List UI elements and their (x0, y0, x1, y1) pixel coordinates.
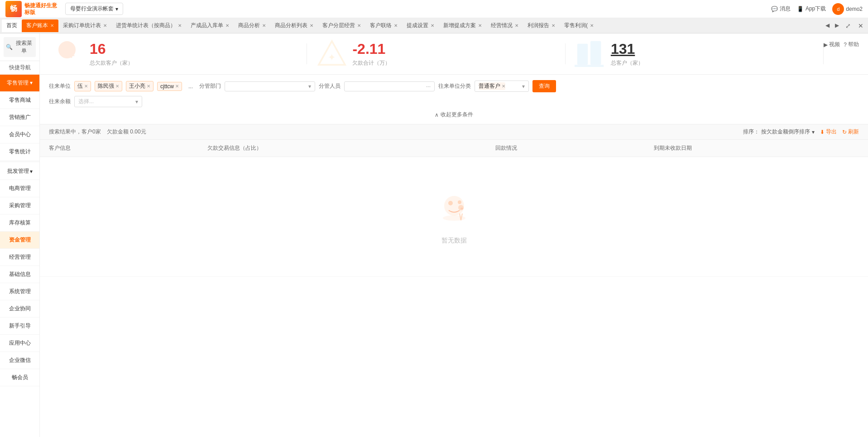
search-menu-button[interactable]: 🔍 搜索菜单 (4, 37, 36, 57)
filter-tag-unit-cjttcw[interactable]: cjttcw ✕ (157, 82, 182, 91)
tab-product-inbound[interactable]: 产成品入库单 ✕ (186, 19, 234, 32)
tab-account[interactable]: 客户账本 ✕ (22, 19, 58, 32)
filter-row-2: 往来余额 选择... ▾ (49, 96, 859, 107)
tab-close-product-inbound[interactable]: ✕ (225, 23, 229, 28)
tab-close-inbound-stats[interactable]: ✕ (178, 23, 182, 28)
sidebar-item-retail-shop[interactable]: 零售商城 (0, 92, 39, 109)
tab-purchase-order[interactable]: 采购订单统计表 ✕ (58, 19, 111, 32)
tab-close-goods-analysis-list[interactable]: ✕ (310, 23, 313, 28)
category-filter-select[interactable]: 普通客户 ✕ ▾ (475, 81, 529, 92)
table-head: 客户信息 欠款交易信息（占比） 回款情况 到期未收款日期 (40, 140, 868, 157)
export-button[interactable]: ⬇ 导出 (820, 128, 837, 136)
tab-close-operations[interactable]: ✕ (515, 23, 518, 28)
tab-close-commission-setting[interactable]: ✕ (431, 23, 434, 28)
stat-value-total-customers: 131 (611, 41, 815, 57)
sidebar-item-system-mgmt[interactable]: 系统管理 (0, 283, 39, 300)
sidebar-item-purchase-mgmt[interactable]: 采购管理 (0, 197, 39, 214)
tab-close-new-commission[interactable]: ✕ (478, 23, 482, 28)
table-header-customer-info: 客户信息 (40, 140, 198, 157)
user-menu-button[interactable]: d demo2 (832, 3, 863, 15)
tab-close-purchase-order[interactable]: ✕ (103, 23, 107, 28)
filter-tag-category[interactable]: 普通客户 ✕ (479, 82, 505, 90)
filter-tag-close-wang[interactable]: ✕ (147, 84, 150, 89)
tab-close-customer-tier[interactable]: ✕ (357, 23, 361, 28)
tab-operations[interactable]: 经营情况 ✕ (486, 19, 523, 32)
sort-chevron-icon: ▾ (812, 129, 815, 135)
query-button[interactable]: 查询 (532, 80, 556, 92)
tab-close-profit-report[interactable]: ✕ (551, 23, 555, 28)
sort-select[interactable]: 排序： 按欠款金额倒序排序 ▾ (743, 128, 815, 136)
tab-retail-profit[interactable]: 零售利润( ✕ (560, 19, 598, 32)
tab-close-customer-contact[interactable]: ✕ (394, 23, 398, 28)
filter-tag-unit-wu[interactable]: 伍 ✕ (74, 81, 91, 91)
sidebar-item-wholesale-mgmt[interactable]: 批发管理 ▾ (0, 163, 39, 180)
remainder-filter-select[interactable]: 选择... ▾ (74, 96, 142, 107)
tab-customer-tier[interactable]: 客户分层经营 ✕ (318, 19, 365, 32)
remainder-dropdown-arrow: ▾ (135, 99, 138, 105)
video-help-button[interactable]: ▶ 视频 (824, 41, 840, 48)
app-download-button[interactable]: 📱 App下载 (797, 5, 826, 13)
filter-tag-close-cjttcw[interactable]: ✕ (175, 84, 179, 89)
filter-more-button[interactable]: ... (186, 82, 196, 90)
filter-tag-unit-wang[interactable]: 王小亮 ✕ (126, 81, 153, 91)
tab-goods-analysis-list[interactable]: 商品分析列表 ✕ (270, 19, 318, 32)
tab-new-commission[interactable]: 新增提成方案 ✕ (439, 19, 486, 32)
sidebar-item-ecommerce[interactable]: 电商管理 (0, 180, 39, 197)
tab-inbound-stats[interactable]: 进货单统计表（按商品） ✕ (111, 19, 186, 32)
tab-commission-setting[interactable]: 提成设置 ✕ (402, 19, 439, 32)
filter-tag-close-category[interactable]: ✕ (502, 84, 505, 89)
person-filter-select[interactable]: ··· (344, 81, 435, 91)
filter-row-1: 往来单位 伍 ✕ 陈民强 ✕ 王小亮 ✕ cjttcw ✕ ... (49, 80, 859, 92)
sidebar-item-enterprise-wechat[interactable]: 企业微信 (0, 352, 39, 369)
workspace-selector[interactable]: 母婴行业演示帐套 ▾ (65, 3, 123, 15)
tab-profit-report[interactable]: 利润报告 ✕ (523, 19, 560, 32)
sidebar-item-enterprise-agreement[interactable]: 企业协同 (0, 300, 39, 318)
stat-label-total-customers: 总客户（家） (611, 59, 815, 67)
svg-rect-6 (575, 65, 604, 67)
sidebar-separator-1 (0, 162, 39, 162)
top-bar: 畅 畅捷通好生意 标版 母婴行业演示帐套 ▾ 💬 消息 📱 App下载 d de… (0, 0, 868, 18)
sidebar-item-operations-mgmt[interactable]: 经营管理 (0, 249, 39, 266)
tab-close-account[interactable]: ✕ (50, 23, 54, 28)
tab-bar: 首页 客户账本 ✕ 采购订单统计表 ✕ 进货单统计表（按商品） ✕ 产成品入库单… (0, 18, 868, 33)
message-button[interactable]: 💬 消息 (771, 5, 791, 13)
sidebar-item-retail-stats[interactable]: 零售统计 (0, 143, 39, 161)
sidebar-item-newbie-guide[interactable]: 新手引导 (0, 318, 39, 335)
table-header-overdue-date: 到期未收款日期 (645, 140, 868, 157)
results-bar: 搜索结果中，客户0家 欠款金额 0.00元 排序： 按欠款金额倒序排序 ▾ ⬇ … (40, 124, 868, 140)
tab-close-all[interactable]: ✕ (855, 22, 866, 29)
logo-area: 畅 畅捷通好生意 标版 (5, 1, 57, 17)
tab-close-retail-profit[interactable]: ✕ (590, 23, 594, 28)
sidebar-item-finance[interactable]: 资金管理 (0, 232, 39, 249)
tab-scroll-right[interactable]: ▶ (833, 22, 841, 29)
tab-goods-analysis[interactable]: 商品分析 ✕ (234, 19, 270, 32)
tab-close-goods-analysis[interactable]: ✕ (262, 23, 266, 28)
svg-point-9 (448, 201, 453, 205)
sidebar-item-inventory[interactable]: 库存核算 (0, 214, 39, 232)
tab-customer-contact[interactable]: 客户联络 ✕ (365, 19, 402, 32)
refresh-button[interactable]: ↻ 刷新 (842, 128, 859, 136)
tab-scroll-left[interactable]: ◀ (824, 22, 831, 29)
tab-maximize[interactable]: ⤢ (843, 22, 854, 29)
sidebar-item-app-center[interactable]: 应用中心 (0, 335, 39, 352)
sidebar-item-marketing[interactable]: 营销推广 (0, 109, 39, 126)
sidebar-item-basic-info[interactable]: 基础信息 (0, 266, 39, 283)
help-button[interactable]: ? 帮助 (844, 41, 859, 48)
collapse-button[interactable]: ∧ 收起更多条件 (49, 111, 859, 119)
sidebar-item-quick-nav[interactable]: 快捷导航 (0, 61, 39, 75)
export-icon: ⬇ (820, 129, 825, 135)
sidebar-item-member-center[interactable]: 会员中心 (0, 126, 39, 143)
filter-tag-unit-chen[interactable]: 陈民强 ✕ (95, 81, 122, 91)
message-icon: 💬 (771, 6, 778, 12)
filter-tag-close-chen[interactable]: ✕ (115, 84, 119, 89)
tab-home[interactable]: 首页 (2, 19, 22, 32)
dept-filter-select[interactable]: ▾ (225, 81, 315, 91)
sidebar-item-retail-mgmt[interactable]: 零售管理 ▾ (0, 75, 39, 92)
person-filter-label: 分管人员 (319, 82, 340, 90)
sidebar-item-premium-member[interactable]: 畅会员 (0, 369, 39, 386)
filter-tag-close-wu[interactable]: ✕ (84, 84, 88, 89)
remainder-filter-label: 往来余额 (49, 98, 71, 105)
table-row: 暂无数据 (40, 157, 868, 277)
main-layout: 🔍 搜索菜单 快捷导航 零售管理 ▾ 零售商城 营销推广 会员中心 零售统计 批… (0, 33, 868, 437)
data-table: 客户信息 欠款交易信息（占比） 回款情况 到期未收款日期 (40, 140, 868, 277)
